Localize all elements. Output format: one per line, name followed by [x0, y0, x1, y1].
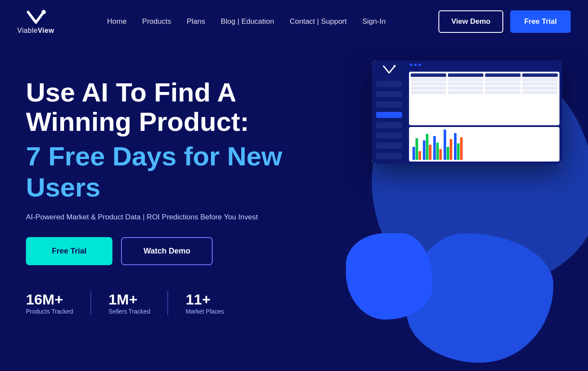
stat-label-sellers: Sellers Tracked — [109, 308, 150, 315]
dash-content — [406, 69, 562, 164]
stat-number-sellers: 1M+ — [109, 291, 137, 308]
nav-item-signin[interactable]: Sign-In — [362, 17, 386, 26]
chart-bar — [444, 130, 446, 160]
view-demo-button[interactable]: View Demo — [438, 10, 503, 33]
navbar: ViableView Home Products Plans Blog | Ed… — [0, 0, 588, 43]
stat-label-markets: Market Places — [185, 308, 224, 315]
stats-bar: 16M+ Products Tracked 1M+ Sellers Tracke… — [26, 291, 329, 315]
hero-buttons: Free Trial Watch Demo — [26, 237, 329, 265]
chart-bar — [419, 151, 421, 160]
free-trial-nav-button[interactable]: Free Trial — [510, 10, 571, 33]
hero-subtext: AI-Powered Market & Product Data | ROI P… — [26, 213, 329, 222]
chart-bar — [429, 145, 431, 160]
blob-3 — [346, 233, 432, 320]
logo-text: ViableView — [17, 27, 54, 35]
stat-label-products: Products Tracked — [26, 308, 73, 315]
hero-heading: Use AI To Find A Winning Product: — [26, 78, 329, 136]
sidebar-dash-item — [376, 91, 402, 97]
bar-group — [423, 134, 431, 160]
stat-market-places: 11+ Market Places — [167, 291, 241, 315]
sidebar-dash-item — [376, 101, 402, 108]
sidebar-dash-item — [376, 81, 402, 87]
sidebar-dash-item — [376, 122, 402, 128]
stat-number-products: 16M+ — [26, 291, 63, 308]
dash-table — [409, 72, 559, 125]
chart-bar — [460, 137, 463, 160]
chart-bar — [415, 138, 418, 160]
chart-bar — [454, 133, 457, 160]
nav-item-home[interactable]: Home — [107, 17, 127, 26]
watch-demo-button[interactable]: Watch Demo — [121, 237, 213, 265]
stat-products-tracked: 16M+ Products Tracked — [26, 291, 90, 315]
dash-chart — [409, 127, 559, 162]
viableview-logo-icon — [25, 9, 47, 26]
chart-bar — [447, 147, 449, 160]
free-trial-hero-button[interactable]: Free Trial — [26, 237, 112, 265]
nav-item-products[interactable]: Products — [142, 17, 171, 26]
logo[interactable]: ViableView — [17, 9, 54, 35]
stat-number-markets: 11+ — [185, 291, 211, 308]
dash-header — [406, 60, 562, 69]
chart-bar — [433, 136, 436, 160]
bar-group — [454, 133, 463, 160]
bar-group — [412, 138, 421, 160]
chart-bar — [450, 139, 452, 160]
sidebar-dash-item — [376, 153, 402, 159]
dash-main — [406, 60, 562, 164]
chart-bar — [436, 143, 439, 160]
nav-item-plans[interactable]: Plans — [187, 17, 205, 26]
chart-bar — [426, 134, 428, 160]
chart-bar — [423, 140, 425, 160]
svg-point-0 — [42, 10, 46, 14]
bar-group — [433, 136, 442, 160]
nav-item-blog[interactable]: Blog | Education — [220, 17, 274, 26]
bar-group — [444, 130, 452, 160]
nav-links: Home Products Plans Blog | Education Con… — [107, 17, 386, 26]
dashboard-screenshot — [372, 60, 562, 164]
chart-bar — [412, 147, 415, 160]
dash-sidebar — [372, 60, 406, 164]
stat-sellers-tracked: 1M+ Sellers Tracked — [90, 291, 167, 315]
sidebar-dash-item — [376, 143, 402, 149]
sidebar-dash-item — [376, 133, 402, 139]
blob-2 — [406, 233, 553, 363]
hero-section: Use AI To Find A Winning Product: 7 Free… — [0, 43, 588, 371]
nav-item-contact[interactable]: Contact | Support — [290, 17, 347, 26]
hero-content: Use AI To Find A Winning Product: 7 Free… — [26, 69, 329, 315]
sidebar-dash-item-active — [376, 112, 402, 118]
nav-actions: View Demo Free Trial — [438, 10, 571, 33]
hero-subheading-blue: 7 Free Days for New Users — [26, 141, 329, 203]
chart-bar — [457, 143, 460, 160]
chart-bar — [439, 149, 442, 160]
